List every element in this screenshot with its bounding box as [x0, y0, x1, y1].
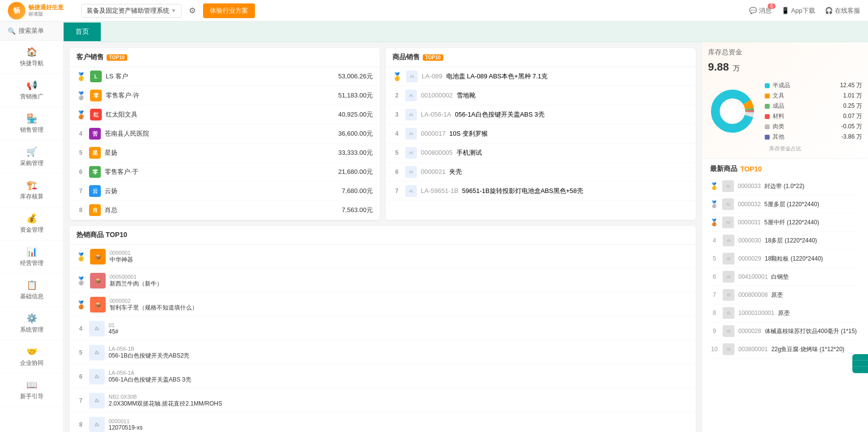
- basic-icon: 📋: [26, 280, 37, 290]
- enterprise-icon: 🤝: [26, 346, 37, 357]
- product-code: 0000030: [738, 237, 761, 244]
- product-thumb: Ai: [405, 90, 417, 101]
- product-code: 0000001: [110, 250, 689, 256]
- new-product-item[interactable]: 6 Ai 004100001 白钢垫: [710, 268, 860, 286]
- tab-home[interactable]: 首页: [64, 23, 101, 41]
- product-thumb: Ai: [722, 180, 734, 192]
- hot-products-content: 🥇 📦 0000001 中华神器 🥈 📦 000500001 新西兰牛肉（新牛）…: [69, 245, 696, 432]
- sidebar-item-operations[interactable]: 📊 经营管理: [0, 240, 63, 274]
- customer-rank-item[interactable]: 6 零 零售客户·于 21,680.00元: [69, 163, 380, 182]
- customer-rank-item[interactable]: 🥇 L LS 客户 53,006.26元: [69, 67, 380, 86]
- new-product-item[interactable]: 9 Ai 0000028 体械嘉枝味苏打饮品400毫升 (1*15): [710, 322, 860, 340]
- new-product-item[interactable]: 🥉 Ai 0000031 5厘中纤 (1220*2440): [710, 214, 860, 232]
- sidebar-item-sales[interactable]: 🏪 销售管理: [0, 107, 63, 141]
- product-info: 0000030 18多层 (1220*2440): [738, 237, 860, 245]
- product-name: 18多层 (1220*2440): [765, 237, 817, 244]
- product-code: 0000032: [738, 201, 761, 208]
- product-ranking-title: 商品销售 TOP10: [392, 53, 443, 62]
- app-download-button[interactable]: 📱 App下载: [781, 6, 815, 15]
- legend-dot: [765, 94, 770, 98]
- product-rank-item[interactable]: 6 Ai 0000021 夹壳: [386, 163, 696, 182]
- product-info: 0000001 中华神器: [110, 250, 689, 264]
- product-rank-item[interactable]: 2 Ai 001000002 雪地靴: [386, 86, 696, 105]
- product-code: 000800008: [738, 291, 768, 298]
- new-product-item[interactable]: 🥈 Ai 0000032 5厘多层 (1220*2440): [710, 195, 860, 214]
- sidebar-item-guide[interactable]: 📖 新手引导: [0, 374, 63, 407]
- product-code: LA-089: [422, 72, 442, 80]
- hot-product-item[interactable]: 8 Ai 0000011 12070519-xs: [69, 413, 696, 432]
- hot-product-item[interactable]: 🥇 📦 0000001 中华神器: [69, 245, 696, 269]
- product-code: 01: [109, 322, 689, 328]
- live-broadcast-button[interactable]: 直播: [852, 367, 868, 373]
- sidebar-item-basic[interactable]: 📋 基础信息: [0, 274, 63, 307]
- sidebar-item-system[interactable]: ⚙️ 系统管理: [0, 307, 63, 340]
- sidebar-item-label: 销售管理: [20, 126, 44, 134]
- settings-button[interactable]: ⚙: [185, 4, 199, 18]
- hot-product-item[interactable]: 7 Ai NB2.0X30B 2.0X30MM双搓花轴.搓花直径2.1MM/RO…: [69, 389, 696, 413]
- product-name: 2.0X30MM双搓花轴.搓花直径2.1MM/ROHS: [109, 400, 689, 408]
- rank-number: 6: [76, 168, 85, 175]
- hot-product-item[interactable]: 5 Ai LA-056-1B 056-1B白色按键开关壳ABS2壳: [69, 341, 696, 365]
- legend-item: 其他 -3.86 万: [765, 133, 862, 141]
- rank-number: 7: [76, 188, 85, 194]
- customer-rank-item[interactable]: 4 苦 苍南县人民医院 36,600.00元: [69, 124, 380, 144]
- rank-number: 8: [76, 207, 85, 214]
- customer-rank-item[interactable]: 🥉 红 红太阳文具 40,925.00元: [69, 105, 380, 124]
- sidebar-item-quick-nav[interactable]: 🏠 快捷导航: [0, 41, 63, 74]
- product-info: 0000011 12070519-xs: [109, 418, 689, 431]
- new-product-item[interactable]: 7 Ai 000800008 原垄: [710, 286, 860, 304]
- product-rank-item[interactable]: 7 Ai LA-59651-1B 59651-1B旋转投影灯电池盒ABS黑色+5…: [386, 182, 696, 201]
- product-thumb: Ai: [89, 417, 105, 432]
- legend-dot: [765, 124, 770, 129]
- sidebar-item-label: 系统管理: [20, 326, 44, 334]
- product-rank-item[interactable]: 3 Ai LA-056-1A 056-1A白色按键开关盖ABS 3壳: [386, 105, 696, 124]
- new-product-item[interactable]: 8 Ai 10000100001 原垄: [710, 304, 860, 322]
- sidebar-item-inventory[interactable]: 🏗️ 库存核算: [0, 174, 63, 207]
- system-selector[interactable]: 装备及固定资产辅助管理系统 ▼: [81, 4, 182, 18]
- headset-icon: 🎧: [825, 7, 833, 14]
- search-menu-button[interactable]: 🔍 搜索菜单: [0, 22, 63, 41]
- product-name: 电池盖 LA-089 ABS本色+黑种 7.1克: [446, 72, 548, 80]
- customer-rank-item[interactable]: 🥈 零 零售客户·许 51,183.00元: [69, 86, 380, 105]
- customer-service-button[interactable]: 客服热线: [852, 354, 868, 360]
- product-rank-item[interactable]: 5 Ai 000800005 手机测试: [386, 144, 696, 163]
- product-rank-item[interactable]: 4 Ai 0000017 10S 变刹罗猴: [386, 124, 696, 144]
- product-thumb: 📦: [90, 297, 106, 312]
- customer-rank-item[interactable]: 7 云 云扬 7,680.00元: [69, 182, 380, 201]
- hot-product-item[interactable]: 4 Ai 01 45#: [69, 317, 696, 341]
- new-product-item[interactable]: 5 Ai 0000029 18颗粒板 (1220*2440): [710, 250, 860, 268]
- product-info: 003800001 22g鱼豆腐·烧烤味 (1*12*20): [738, 345, 860, 354]
- sidebar-item-label: 库存核算: [20, 192, 44, 201]
- sidebar-item-marketing[interactable]: 📢 营销推广: [0, 74, 63, 107]
- new-product-item[interactable]: 4 Ai 0000030 18多层 (1220*2440): [710, 232, 860, 250]
- hot-product-item[interactable]: 🥈 📦 000500001 新西兰牛肉（新牛）: [69, 269, 696, 293]
- inventory-icon: 🏗️: [26, 180, 37, 191]
- top10-badge: TOP10: [740, 165, 762, 173]
- new-product-item[interactable]: 10 Ai 003800001 22g鱼豆腐·烧烤味 (1*12*20): [710, 340, 860, 359]
- bell-icon: 💬: [749, 7, 757, 14]
- product-rank-item[interactable]: 🥇 Ai LA-089 电池盖 LA-089 ABS本色+黑种 7.1克: [386, 67, 696, 86]
- hot-product-item[interactable]: 6 Ai LA-056-1A 056-1A白色按键开关盖ABS 3壳: [69, 365, 696, 389]
- product-info: LA-056-1B 056-1B白色按键开关壳ABS2壳: [109, 346, 689, 360]
- product-info: LA-59651-1B 59651-1B旋转投影灯电池盒ABS黑色+58壳: [421, 187, 583, 195]
- customer-rank-item[interactable]: 8 肖 肖总 7,563.00元: [69, 201, 380, 220]
- customer-rank-item[interactable]: 5 星 星扬 33,333.00元: [69, 144, 380, 163]
- online-service-button[interactable]: 🎧 在线客服: [825, 6, 860, 15]
- product-info: 000800008 原垄: [738, 291, 860, 299]
- product-code: 001000002: [421, 92, 453, 99]
- main-content: 首页 客户销售 TOP10 🥇 L LS 客户 53,006.: [64, 22, 868, 432]
- notifications-button[interactable]: 💬 消息 6: [749, 6, 772, 15]
- rank-number: 6: [710, 273, 719, 280]
- hot-products-list: 🥇 📦 0000001 中华神器 🥈 📦 000500001 新西兰牛肉（新牛）…: [69, 245, 696, 432]
- sidebar-item-enterprise[interactable]: 🤝 企业协同: [0, 340, 63, 374]
- product-thumb: Ai: [89, 369, 105, 384]
- service-community-button[interactable]: 服务社区: [852, 360, 868, 367]
- product-thumb: Ai: [723, 343, 734, 355]
- hot-product-item[interactable]: 🥉 📦 0000002 智利车子里（规格不知道填什么）: [69, 293, 696, 317]
- legend-value: 12.45 万: [840, 81, 862, 90]
- sidebar-item-purchase[interactable]: 🛒 采购管理: [0, 141, 63, 174]
- new-product-item[interactable]: 🥇 Ai 0000033 封边带 (1.0*22): [710, 177, 860, 195]
- home-icon: 🏠: [26, 47, 37, 57]
- trial-button[interactable]: 体验行业方案: [203, 3, 255, 18]
- sidebar-item-finance[interactable]: 💰 资金管理: [0, 207, 63, 240]
